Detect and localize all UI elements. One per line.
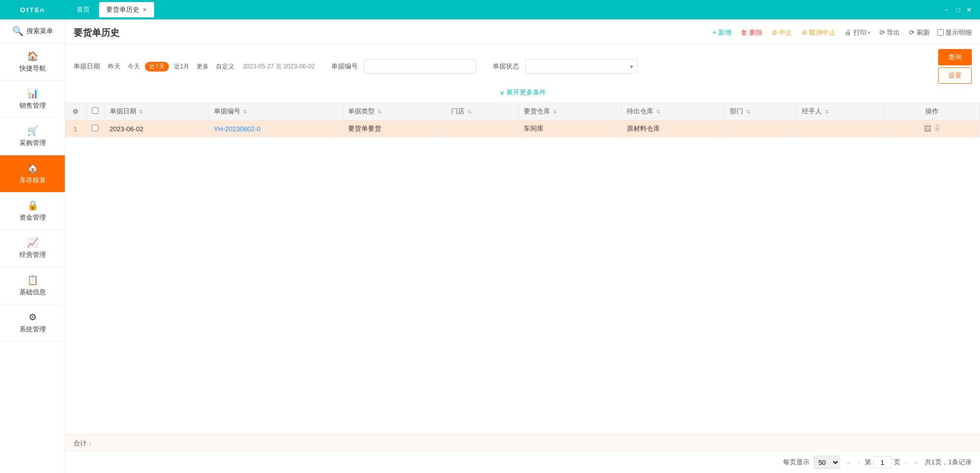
more-action-icon[interactable]: ⠿ — [935, 124, 940, 133]
sort-doc-date-icon[interactable]: ⇅ — [139, 109, 143, 114]
first-page-btn[interactable]: « — [844, 458, 853, 467]
sidebar-item-basic-info[interactable]: 📋 基础信息 — [0, 267, 65, 304]
col-pending-warehouse[interactable]: 待出仓库 ⇅ — [621, 103, 724, 121]
sidebar-item-search-label: 搜索菜单 — [27, 27, 53, 36]
sort-store-icon[interactable]: ⇅ — [468, 109, 472, 114]
doc-status-select[interactable]: 全部 草稿 已审核 已中止 — [525, 59, 638, 74]
col-doc-date[interactable]: 单据日期 ⇅ — [104, 103, 208, 121]
refresh-button[interactable]: ⟳ 刷新 — [907, 27, 932, 38]
col-doc-number[interactable]: 单据编号 ⇅ — [208, 103, 342, 121]
row-checkbox[interactable] — [92, 125, 99, 131]
sidebar-item-purchase[interactable]: 🛒 采购管理 — [0, 118, 65, 155]
sort-req-warehouse-icon[interactable]: ⇅ — [553, 109, 557, 114]
filter-area: 单据日期 昨天 今天 近7天 近1月 更多 自定义 2023-05-27 至 2… — [65, 44, 980, 103]
table-header: ⚙ 单据日期 ⇅ 单据编号 ⇅ — [65, 103, 980, 121]
basic-info-icon: 📋 — [27, 274, 38, 286]
home-icon: 🏠 — [27, 51, 38, 62]
prev-page-btn[interactable]: ‹ — [855, 458, 863, 467]
sort-pending-warehouse-icon[interactable]: ⇅ — [656, 109, 660, 114]
brand-logo: OfTEn — [0, 0, 65, 19]
table-container: ⚙ 单据日期 ⇅ 单据编号 ⇅ — [65, 103, 980, 435]
expand-more-label: 展开更多条件 — [506, 88, 546, 97]
cell-doc-type: 要货单要货 — [342, 121, 446, 137]
print-dropdown-icon[interactable]: ▾ — [868, 30, 870, 35]
delete-button[interactable]: 🗑 删除 — [739, 27, 765, 38]
sidebar-item-search[interactable]: 🔍 搜索菜单 — [0, 19, 65, 43]
last-page-btn[interactable]: » — [912, 458, 920, 467]
query-button[interactable]: 查询 — [938, 49, 972, 65]
inventory-icon: 🏠 — [27, 162, 38, 174]
sort-doc-number-icon[interactable]: ⇅ — [243, 109, 247, 114]
col-checkbox[interactable] — [86, 103, 104, 121]
col-handler-label: 经手人 — [802, 107, 822, 115]
tab-home[interactable]: 首页 — [69, 2, 97, 17]
stop-button[interactable]: ⊘ 中止 — [770, 27, 795, 38]
display-detail-checkbox[interactable] — [937, 29, 944, 36]
date-more[interactable]: 更多 — [194, 62, 211, 72]
maximize-button[interactable]: □ — [956, 6, 960, 14]
date-yesterday[interactable]: 昨天 — [106, 62, 122, 72]
sidebar-item-system[interactable]: ⚙ 系统管理 — [0, 304, 65, 342]
view-action-icon[interactable]: 🖼 — [924, 124, 932, 133]
sort-doc-type-icon[interactable]: ⇅ — [378, 109, 382, 114]
date-today[interactable]: 今天 — [126, 62, 142, 72]
doc-date-label: 单据日期 — [74, 62, 100, 71]
sort-handler-icon[interactable]: ⇅ — [825, 109, 829, 114]
export-button[interactable]: ⟳ 导出 — [877, 27, 902, 38]
date-last7days[interactable]: 近7天 — [145, 62, 169, 72]
main-content: 要货单历史 + 新增 🗑 删除 ⊘ 中止 ⊘ 取消中止 🖨 打印 ▾ ⟳ 导出 … — [65, 19, 980, 473]
page-suffix: 页 — [894, 458, 900, 467]
page-size-select[interactable]: 20 50 100 200 — [814, 456, 840, 469]
col-department[interactable]: 部门 ⇅ — [724, 103, 796, 121]
total-info: 共1页，1条记录 — [925, 458, 972, 467]
tab-requisition-history[interactable]: 要货单历史 ✕ — [99, 2, 154, 17]
sidebar-item-operations[interactable]: 📈 经营管理 — [0, 230, 65, 267]
minimize-button[interactable]: － — [943, 5, 950, 14]
sidebar-item-inventory[interactable]: 🏠 库存核算 — [0, 155, 65, 193]
new-button[interactable]: + 新增 — [710, 27, 733, 38]
date-custom[interactable]: 自定义 — [214, 62, 236, 72]
page-size-label: 每页显示 — [783, 458, 810, 467]
cell-department — [724, 121, 796, 137]
sidebar-item-quick-nav[interactable]: 🏠 快捷导航 — [0, 43, 65, 81]
expand-down-icon: ∨ — [500, 89, 505, 97]
page-nav: « ‹ 第 页 › » — [844, 456, 920, 468]
total-label: 合计： — [74, 439, 93, 448]
display-detail-label: 显示明细 — [945, 28, 972, 37]
col-gear[interactable]: ⚙ — [65, 103, 86, 121]
finance-icon: 🔒 — [27, 200, 38, 211]
system-icon: ⚙ — [29, 312, 37, 323]
sort-department-icon[interactable]: ⇅ — [746, 109, 750, 114]
col-handler[interactable]: 经手人 ⇅ — [797, 103, 885, 121]
close-tab-icon[interactable]: ✕ — [142, 7, 147, 13]
cell-checkbox[interactable] — [86, 121, 104, 137]
print-button[interactable]: 🖨 打印 ▾ — [843, 27, 872, 38]
col-req-warehouse[interactable]: 要货仓库 ⇅ — [518, 103, 621, 121]
select-all-checkbox[interactable] — [92, 107, 99, 114]
close-button[interactable]: ✕ — [966, 6, 972, 14]
display-detail-toggle[interactable]: 显示明细 — [937, 28, 972, 37]
table-row[interactable]: 1 2023-06-02 YH-20230602-0 要货单要货 车间库 — [65, 121, 980, 137]
doc-number-input[interactable] — [364, 59, 476, 74]
sidebar-item-system-label: 系统管理 — [19, 325, 46, 334]
sidebar-item-finance[interactable]: 🔒 资金管理 — [0, 193, 65, 230]
page-number-input[interactable] — [873, 456, 892, 468]
date-last1month[interactable]: 近1月 — [172, 62, 192, 72]
cell-doc-number[interactable]: YH-20230602-0 — [208, 121, 342, 137]
settings-button[interactable]: 设置 — [938, 67, 972, 84]
sidebar-item-finance-label: 资金管理 — [19, 213, 46, 222]
date-range-display: 2023-05-27 至 2023-06-02 — [242, 62, 314, 71]
data-table: ⚙ 单据日期 ⇅ 单据编号 ⇅ — [65, 103, 980, 137]
gear-icon[interactable]: ⚙ — [72, 108, 79, 115]
sidebar-item-sales[interactable]: 📊 销售管理 — [0, 81, 65, 118]
cancel-stop-button[interactable]: ⊘ 取消中止 — [800, 27, 838, 38]
col-store[interactable]: 门店 ⇅ — [446, 103, 518, 121]
doc-number-link[interactable]: YH-20230602-0 — [214, 125, 261, 133]
col-doc-type[interactable]: 单据类型 ⇅ — [342, 103, 446, 121]
filter-row-2: ∨ 展开更多条件 — [74, 87, 972, 97]
expand-more-btn[interactable]: ∨ 展开更多条件 — [500, 88, 546, 97]
table-body: 1 2023-06-02 YH-20230602-0 要货单要货 车间库 — [65, 121, 980, 137]
doc-status-label: 单据状态 — [493, 62, 519, 71]
cell-row-num: 1 — [65, 121, 86, 137]
next-page-btn[interactable]: › — [902, 458, 910, 467]
